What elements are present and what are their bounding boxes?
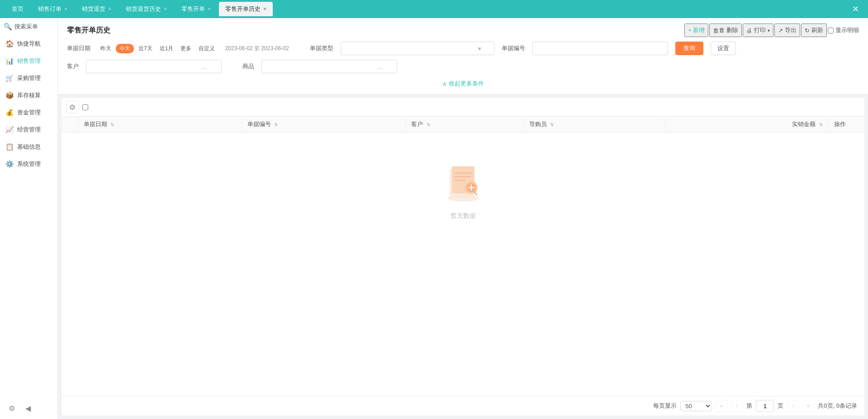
top-nav-bar: 首页 销售订单 × 销货退货 × 销货退货历史 × 零售开单 × 零售开单历史 …: [0, 0, 868, 18]
cart-icon: 🛒: [5, 74, 14, 82]
chart-icon: 📊: [5, 57, 14, 65]
close-tab-retail-open[interactable]: ×: [208, 6, 211, 12]
sidebar-gear-button[interactable]: ⚙: [5, 402, 18, 414]
doc-type-label: 单据类型: [310, 44, 333, 52]
tab-home[interactable]: 首页: [5, 2, 30, 16]
money-icon: 💰: [5, 108, 14, 117]
print-dropdown-icon: ▾: [768, 28, 770, 33]
th-date[interactable]: 单据日期 ⇅: [78, 117, 242, 132]
page-unit: 页: [778, 402, 783, 410]
table-settings-icon[interactable]: ⚙: [66, 101, 79, 113]
delete-button[interactable]: 🗑 🗑 删除: [709, 24, 742, 37]
date-label: 单据日期: [67, 44, 90, 52]
close-tab-sales-return-history[interactable]: ×: [164, 6, 167, 12]
delete-icon: 🗑: [713, 27, 719, 34]
th-customer[interactable]: 客户 ⇅: [406, 117, 524, 132]
query-button[interactable]: 查询: [675, 42, 703, 55]
goods-ellipsis[interactable]: ...: [375, 63, 384, 70]
sidebar-collapse-button[interactable]: ◀: [22, 402, 34, 414]
doc-type-dropdown-icon: ▾: [478, 45, 481, 52]
sidebar-item-finance[interactable]: 💰 资金管理: [0, 104, 57, 121]
close-tab-sales-return[interactable]: ×: [108, 6, 111, 12]
sidebar-search[interactable]: 🔍 搜索采单: [0, 18, 57, 35]
sort-amount-icon: ⇅: [819, 122, 823, 127]
display-detail-input[interactable]: [828, 28, 834, 33]
date-1month[interactable]: 近1月: [157, 44, 176, 53]
empty-text: 暂无数据: [451, 212, 476, 220]
main-layout: 🔍 搜索采单 🏠 快捷导航 📊 销售管理 🛒 采购管理 📦 库存核算 💰 资金管…: [0, 18, 868, 419]
refresh-icon: ↻: [805, 27, 810, 34]
sidebar-item-basic-info[interactable]: 📋 基础信息: [0, 138, 57, 155]
th-actions: 操作: [828, 117, 864, 132]
operation-icon: 📈: [5, 126, 14, 134]
empty-illustration: [441, 160, 486, 205]
sidebar-item-sales-mgmt[interactable]: 📊 销售管理: [0, 52, 57, 70]
page-title: 零售开单历史: [67, 26, 110, 35]
sidebar-item-quick-nav[interactable]: 🏠 快捷导航: [0, 35, 57, 52]
content-area: 零售开单历史 + 新增 🗑 🗑 删除 🖨 打印 ▾ ↗ 导出 ↻: [58, 18, 868, 419]
collapse-icon: ∧: [442, 80, 447, 87]
gear-icon: ⚙: [69, 103, 76, 112]
page-label: 第: [746, 402, 752, 410]
collapse-filter-button[interactable]: ∧ 收起更多条件: [67, 78, 859, 89]
goods-label: 商品: [242, 62, 254, 71]
tab-retail-open-history[interactable]: 零售开单历史 ×: [219, 2, 273, 16]
close-tab-sales-order[interactable]: ×: [64, 6, 67, 12]
sort-no-icon: ⇅: [274, 122, 278, 127]
filter-row-2: 客户 ... 商品 ...: [67, 60, 859, 73]
total-info: 共0页, 0条记录: [818, 402, 857, 410]
date-range-display: 2023-06-02 至 2023-06-02: [225, 45, 289, 52]
system-icon: ⚙️: [5, 160, 14, 168]
add-button[interactable]: + 新增: [684, 24, 708, 37]
empty-area: 暂无数据: [62, 132, 864, 247]
home-icon: 🏠: [5, 40, 14, 48]
page-number-input[interactable]: [756, 400, 774, 412]
doc-no-input[interactable]: [532, 42, 668, 55]
refresh-button[interactable]: ↻ 刷新: [801, 24, 827, 37]
print-button[interactable]: 🖨 打印 ▾: [743, 24, 773, 37]
next-page-button[interactable]: ›: [787, 400, 799, 412]
display-detail-checkbox[interactable]: 显示明细: [828, 26, 859, 34]
sidebar-item-system[interactable]: ⚙️ 系统管理: [0, 155, 57, 173]
header-toolbar: + 新增 🗑 🗑 删除 🖨 打印 ▾ ↗ 导出 ↻ 刷新: [684, 24, 859, 37]
date-more[interactable]: 更多: [178, 44, 194, 53]
close-tab-retail-open-history[interactable]: ×: [263, 6, 266, 12]
customer-select[interactable]: ...: [86, 60, 222, 73]
search-icon: 🔍: [4, 23, 12, 31]
close-all-tabs-button[interactable]: ✕: [849, 4, 863, 14]
box-icon: 📦: [5, 91, 14, 99]
sort-salesman-icon: ⇅: [550, 122, 554, 127]
sidebar-item-purchase-mgmt[interactable]: 🛒 采购管理: [0, 70, 57, 87]
export-button[interactable]: ↗ 导出: [774, 24, 800, 37]
prev-page-button[interactable]: ‹: [731, 400, 743, 412]
table-wrapper: ⚙ 单据日期 ⇅ 单据编号: [62, 98, 864, 415]
basic-info-icon: 📋: [5, 143, 14, 151]
settings-button[interactable]: 设置: [711, 42, 736, 55]
date-custom[interactable]: 自定义: [196, 44, 218, 53]
th-amount[interactable]: 实销金额 ⇅: [664, 117, 828, 132]
page-size-select[interactable]: 50 10 20 100: [680, 401, 712, 411]
date-yesterday[interactable]: 昨天: [98, 44, 114, 53]
tab-sales-order[interactable]: 销售订单 ×: [32, 2, 74, 16]
date-shortcuts: 昨天 今天 近7天 近1月 更多 自定义: [98, 44, 218, 53]
th-salesman[interactable]: 导购员 ⇅: [523, 117, 664, 132]
sort-customer-icon: ⇅: [427, 122, 430, 127]
tab-retail-open[interactable]: 零售开单 ×: [175, 2, 217, 16]
last-page-button[interactable]: »: [802, 400, 814, 412]
sidebar-item-operation[interactable]: 📈 经营管理: [0, 121, 57, 138]
th-checkbox: [62, 117, 78, 132]
tab-sales-return[interactable]: 销货退货 ×: [76, 2, 118, 16]
goods-select[interactable]: ...: [261, 60, 397, 73]
th-no[interactable]: 单据编号 ⇅: [242, 117, 405, 132]
date-today[interactable]: 今天: [116, 44, 134, 53]
select-all-checkbox[interactable]: [82, 104, 88, 110]
date-7days[interactable]: 近7天: [136, 44, 155, 53]
doc-type-select[interactable]: ▾: [341, 42, 494, 55]
customer-ellipsis[interactable]: ...: [200, 63, 209, 70]
customer-label: 客户: [67, 62, 79, 71]
table-toolbar: ⚙: [62, 98, 864, 117]
first-page-button[interactable]: «: [716, 400, 727, 412]
tab-sales-return-history[interactable]: 销货退货历史 ×: [119, 2, 173, 16]
sidebar-item-inventory[interactable]: 📦 库存核算: [0, 87, 57, 104]
pagination: 每页显示 50 10 20 100 « ‹ 第 页 › » 共0页, 0条记录: [62, 396, 864, 415]
